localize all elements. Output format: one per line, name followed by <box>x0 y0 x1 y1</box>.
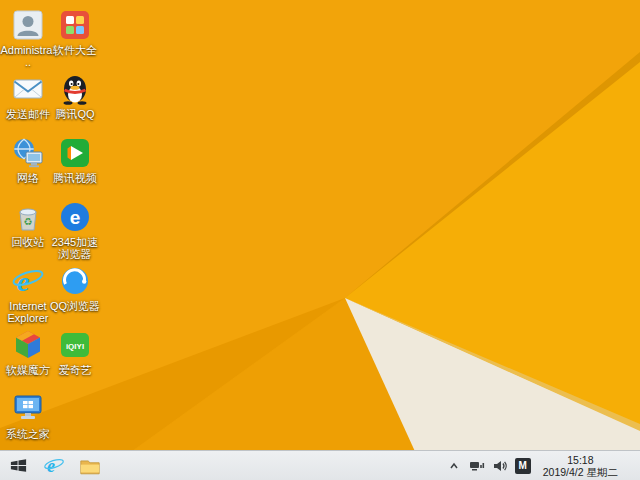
system-monitor-icon <box>11 392 45 426</box>
desktop-icon-tencent-qq[interactable]: 腾讯QQ <box>47 72 103 120</box>
qq-browser-icon <box>58 264 92 298</box>
internet-explorer-icon: e <box>11 264 45 298</box>
speaker-icon <box>492 458 508 474</box>
clock-date: 2019/4/2 星期二 <box>543 466 618 478</box>
desktop-icon-2345-browser[interactable]: e 2345加速浏览器 <box>47 200 103 260</box>
recycle-bin-icon: ♻ <box>11 200 45 234</box>
desktop-icon-label: 系统之家 <box>0 428 56 440</box>
folder-icon <box>79 455 101 477</box>
user-icon <box>11 8 45 42</box>
tencent-video-icon <box>58 136 92 170</box>
mail-icon <box>11 72 45 106</box>
desktop-icon-software-center[interactable]: 软件大全 <box>47 8 103 56</box>
desktop-icon-xitongzhijia[interactable]: 系统之家 <box>0 392 56 440</box>
browser-2345-icon: e <box>58 200 92 234</box>
clock-time: 15:18 <box>543 454 618 466</box>
desktop-icon-label: 腾讯视频 <box>47 172 103 184</box>
chevron-up-icon <box>449 461 459 471</box>
svg-text:iQIYI: iQIYI <box>66 342 84 351</box>
taskbar-clock[interactable]: 15:18 2019/4/2 星期二 <box>538 454 623 478</box>
network-tray-icon[interactable] <box>469 458 485 474</box>
system-tray: M 15:18 2019/4/2 星期二 <box>446 451 640 480</box>
desktop-icon-iqiyi[interactable]: iQIYI 爱奇艺 <box>47 328 103 376</box>
network-icon <box>469 458 485 474</box>
desktop-icon-tencent-video[interactable]: 腾讯视频 <box>47 136 103 184</box>
hidden-icons-chevron[interactable] <box>446 458 462 474</box>
windows-logo-icon <box>9 456 28 475</box>
svg-text:e: e <box>70 207 81 228</box>
color-cube-icon <box>11 328 45 362</box>
desktop-icon-label: 腾讯QQ <box>47 108 103 120</box>
desktop-icon-label: 软件大全 <box>47 44 103 56</box>
taskbar: e M 15:18 <box>0 450 640 480</box>
taskbar-file-explorer-button[interactable] <box>72 451 108 480</box>
qq-penguin-icon <box>58 72 92 106</box>
software-grid-icon <box>58 8 92 42</box>
internet-explorer-icon: e <box>43 455 65 477</box>
iqiyi-icon: iQIYI <box>58 328 92 362</box>
svg-text:♻: ♻ <box>24 216 33 227</box>
ime-indicator[interactable]: M <box>515 458 531 474</box>
desktop-icon-label: 2345加速浏览器 <box>47 236 103 260</box>
svg-text:e: e <box>17 266 29 297</box>
svg-text:e: e <box>47 456 55 476</box>
network-icon <box>11 136 45 170</box>
taskbar-internet-explorer-button[interactable]: e <box>36 451 72 480</box>
desktop-icon-qq-browser[interactable]: QQ浏览器 <box>47 264 103 312</box>
start-button[interactable] <box>0 451 36 480</box>
desktop-icon-label: 爱奇艺 <box>47 364 103 376</box>
desktop-icon-label: QQ浏览器 <box>47 300 103 312</box>
volume-tray-icon[interactable] <box>492 458 508 474</box>
